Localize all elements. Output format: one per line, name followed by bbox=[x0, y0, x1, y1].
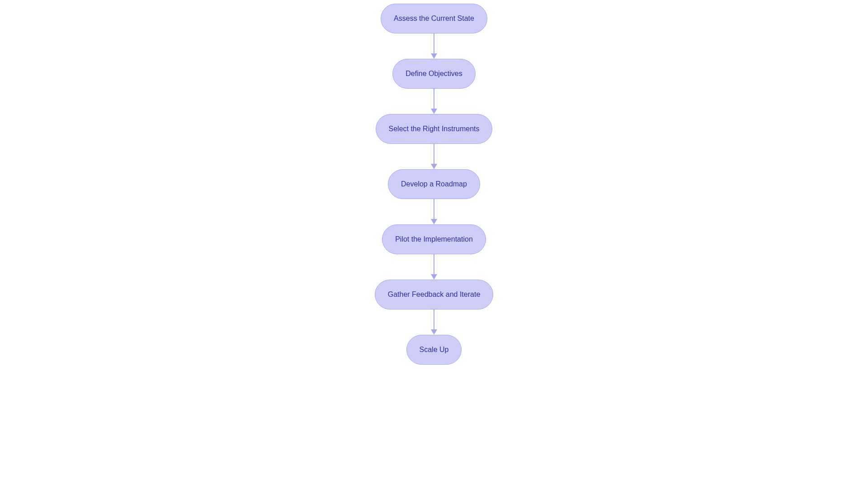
flowchart-node-label: Develop a Roadmap bbox=[401, 180, 467, 188]
flowchart-connector bbox=[431, 89, 437, 114]
flowchart-connector bbox=[431, 144, 437, 169]
connector-line bbox=[434, 199, 434, 219]
flowchart-node-label: Select the Right Instruments bbox=[389, 125, 480, 133]
arrow-down-icon bbox=[431, 274, 437, 280]
flowchart-node-label: Gather Feedback and Iterate bbox=[388, 290, 481, 299]
flowchart-connector bbox=[431, 254, 437, 280]
flowchart-connector bbox=[431, 309, 437, 335]
arrow-down-icon bbox=[431, 164, 437, 169]
arrow-down-icon bbox=[431, 219, 437, 224]
connector-line bbox=[434, 89, 434, 109]
arrow-down-icon bbox=[431, 109, 437, 114]
flowchart-node: Gather Feedback and Iterate bbox=[375, 280, 494, 309]
flowchart-node: Assess the Current State bbox=[381, 4, 487, 33]
flowchart: Assess the Current State Define Objectiv… bbox=[375, 4, 494, 365]
connector-line bbox=[434, 254, 434, 274]
connector-line bbox=[434, 309, 434, 329]
flowchart-node: Scale Up bbox=[406, 335, 462, 365]
arrow-down-icon bbox=[431, 329, 437, 335]
connector-line bbox=[434, 144, 434, 164]
flowchart-node: Select the Right Instruments bbox=[376, 114, 493, 144]
flowchart-connector bbox=[431, 199, 437, 224]
flowchart-node-label: Pilot the Implementation bbox=[395, 235, 473, 243]
flowchart-connector bbox=[431, 33, 437, 59]
flowchart-node: Develop a Roadmap bbox=[388, 169, 480, 199]
flowchart-node-label: Assess the Current State bbox=[394, 14, 474, 23]
arrow-down-icon bbox=[431, 53, 437, 59]
flowchart-node: Pilot the Implementation bbox=[382, 224, 486, 254]
flowchart-node-label: Define Objectives bbox=[406, 70, 462, 78]
connector-line bbox=[434, 33, 434, 53]
flowchart-node-label: Scale Up bbox=[420, 346, 449, 354]
flowchart-node: Define Objectives bbox=[392, 59, 475, 89]
